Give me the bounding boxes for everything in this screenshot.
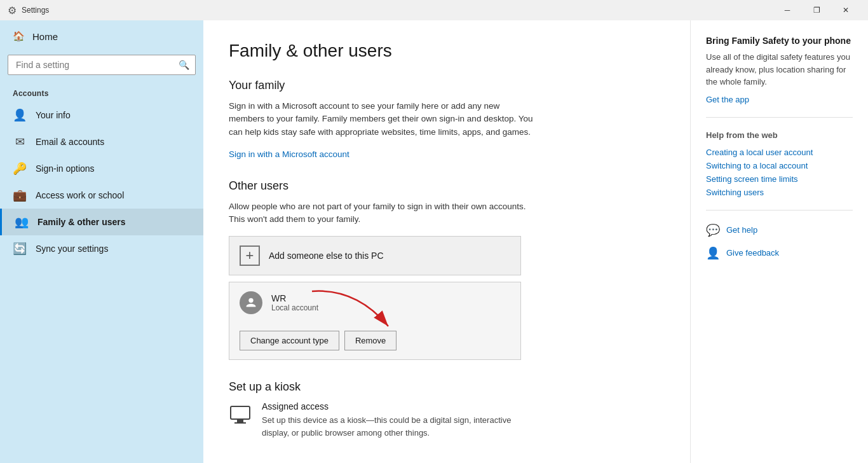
- sign-in-microsoft-link[interactable]: Sign in with a Microsoft account: [229, 149, 349, 159]
- family-safety-title: Bring Family Safety to your phone: [706, 36, 853, 46]
- kiosk-info: Assigned access Set up this device as a …: [262, 401, 534, 439]
- sidebar-item-label: Your info: [36, 110, 71, 120]
- change-account-type-button[interactable]: Change account type: [240, 331, 339, 350]
- sidebar-section-label: Accounts: [0, 83, 203, 102]
- settings-icon: ⚙: [8, 4, 17, 17]
- sidebar-search: 🔍: [8, 55, 196, 75]
- your-family-section: Your family Sign in with a Microsoft acc…: [229, 79, 665, 159]
- kiosk-name: Assigned access: [262, 401, 534, 411]
- page-title: Family & other users: [229, 41, 665, 61]
- sidebar-item-label: Family & other users: [37, 217, 126, 227]
- minimize-button[interactable]: ─: [773, 0, 802, 20]
- search-input[interactable]: [8, 55, 196, 75]
- sidebar-item-sync-settings[interactable]: 🔄 Sync your settings: [0, 235, 203, 262]
- sidebar-item-label: Email & accounts: [36, 137, 104, 147]
- home-icon: 🏠: [13, 31, 25, 42]
- help-link-0[interactable]: Creating a local user account: [706, 148, 853, 157]
- window-controls: ─ ❐ ✕: [773, 0, 860, 20]
- user-card-wr: WR Local account: [229, 282, 521, 360]
- content-area: Family & other users Your family Sign in…: [203, 20, 868, 463]
- get-the-app-link[interactable]: Get the app: [706, 95, 853, 104]
- title-bar: ⚙ Settings ─ ❐ ✕: [0, 0, 868, 20]
- sidebar-item-your-info[interactable]: 👤 Your info: [0, 102, 203, 128]
- sync-icon: 🔄: [13, 242, 27, 256]
- kiosk-icon: [229, 404, 252, 431]
- maximize-button[interactable]: ❐: [802, 0, 831, 20]
- help-from-web-title: Help from the web: [706, 130, 853, 140]
- svg-point-0: [248, 298, 253, 303]
- help-link-2[interactable]: Setting screen time limits: [706, 174, 853, 184]
- user-name: WR: [271, 293, 318, 303]
- other-users-section: Other users Allow people who are not par…: [229, 179, 665, 361]
- briefcase-icon: 💼: [13, 188, 27, 202]
- sidebar-item-label: Sync your settings: [36, 244, 108, 254]
- search-icon: 🔍: [179, 60, 189, 70]
- kiosk-section: Set up a kiosk Assigned access Set up th…: [229, 380, 665, 439]
- user-avatar: [240, 291, 262, 314]
- user-card-actions: Change account type Remove: [229, 323, 520, 359]
- group-icon: 👥: [15, 215, 29, 229]
- your-family-desc: Sign in with a Microsoft account to see …: [229, 100, 534, 139]
- kiosk-desc: Set up this device as a kiosk—this could…: [262, 414, 534, 439]
- svg-rect-3: [237, 419, 243, 422]
- sidebar-item-label: Sign-in options: [36, 163, 95, 174]
- your-family-title: Your family: [229, 79, 665, 92]
- help-link-3[interactable]: Switching users: [706, 188, 853, 197]
- feedback-icon: 👤: [706, 246, 720, 260]
- sidebar-home-button[interactable]: 🏠 Home: [0, 20, 203, 52]
- user-card-header[interactable]: WR Local account: [229, 282, 520, 323]
- sidebar-item-access-work[interactable]: 💼 Access work or school: [0, 182, 203, 209]
- panel-divider: [706, 117, 853, 118]
- get-help-label: Get help: [726, 225, 757, 235]
- sidebar: 🏠 Home 🔍 Accounts 👤 Your info ✉ Email & …: [0, 20, 203, 463]
- sidebar-item-email-accounts[interactable]: ✉ Email & accounts: [0, 128, 203, 155]
- sidebar-item-sign-in[interactable]: 🔑 Sign-in options: [0, 155, 203, 182]
- main-content: Family & other users Your family Sign in…: [203, 20, 690, 463]
- give-feedback-link[interactable]: 👤 Give feedback: [706, 246, 853, 260]
- other-users-desc: Allow people who are not part of your fa…: [229, 200, 534, 226]
- family-safety-desc: Use all of the digital safety features y…: [706, 51, 853, 88]
- remove-button[interactable]: Remove: [344, 331, 397, 350]
- svg-rect-2: [231, 406, 250, 419]
- user-info: WR Local account: [271, 293, 318, 312]
- help-link-1[interactable]: Switching to a local account: [706, 161, 853, 170]
- right-panel: Bring Family Safety to your phone Use al…: [690, 20, 868, 463]
- add-icon: +: [240, 245, 260, 266]
- help-icon: 💬: [706, 223, 720, 237]
- kiosk-title: Set up a kiosk: [229, 380, 665, 394]
- add-user-button[interactable]: + Add someone else to this PC: [229, 236, 521, 275]
- add-user-label: Add someone else to this PC: [269, 251, 384, 261]
- svg-rect-4: [234, 422, 246, 424]
- home-label: Home: [32, 31, 58, 42]
- other-users-title: Other users: [229, 179, 665, 193]
- person-icon: 👤: [13, 108, 27, 122]
- get-help-link[interactable]: 💬 Get help: [706, 223, 853, 237]
- panel-divider-2: [706, 210, 853, 211]
- close-button[interactable]: ✕: [831, 0, 860, 20]
- sidebar-item-label: Access work or school: [36, 190, 124, 200]
- user-type: Local account: [271, 303, 318, 312]
- app-body: 🏠 Home 🔍 Accounts 👤 Your info ✉ Email & …: [0, 20, 868, 463]
- sidebar-item-family-users[interactable]: 👥 Family & other users: [0, 209, 203, 235]
- title-bar-title: Settings: [22, 6, 773, 15]
- key-icon: 🔑: [13, 162, 27, 176]
- give-feedback-label: Give feedback: [726, 248, 779, 258]
- kiosk-item: Assigned access Set up this device as a …: [229, 401, 534, 439]
- email-icon: ✉: [13, 135, 27, 149]
